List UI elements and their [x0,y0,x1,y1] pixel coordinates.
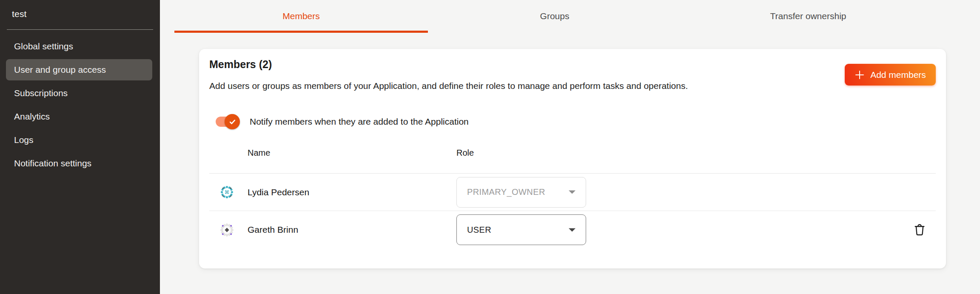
table-row: Lydia Pedersen PRIMARY_OWNER [209,174,936,211]
plus-icon [855,70,865,80]
main-content: Members Groups Transfer ownership Member… [160,0,980,294]
sidebar-item-notification-settings[interactable]: Notification settings [6,153,152,174]
table-row: Gareth Brinn USER [209,211,936,248]
settings-sidebar: test Global settings User and group acce… [0,0,160,294]
notify-toggle-switch[interactable] [216,117,239,127]
sidebar-nav: Global settings User and group access Su… [0,30,160,174]
chevron-down-icon [568,228,576,232]
role-select-primary-owner: PRIMARY_OWNER [456,177,586,208]
app-name-title: test [0,0,160,19]
members-card-header: Members (2) Add users or groups as membe… [209,58,936,91]
member-avatar-gray-diamonds-icon [220,223,234,237]
sidebar-item-subscriptions[interactable]: Subscriptions [6,83,152,104]
sidebar-item-user-and-group-access[interactable]: User and group access [6,59,152,80]
members-card: Members (2) Add users or groups as membe… [199,49,946,268]
sidebar-item-label: User and group access [14,65,106,75]
members-count-title: Members (2) [209,58,688,71]
tab-transfer-ownership[interactable]: Transfer ownership [681,0,935,33]
check-icon [228,118,236,126]
sidebar-item-analytics[interactable]: Analytics [6,106,152,127]
role-select-user[interactable]: USER [456,214,586,245]
sidebar-item-global-settings[interactable]: Global settings [6,36,152,57]
members-table: Name Role [209,133,936,248]
app-window: test Global settings User and group acce… [0,0,980,294]
role-select-value: PRIMARY_OWNER [467,187,545,197]
sidebar-item-label: Notification settings [14,158,91,168]
column-header-role: Role [456,148,627,158]
sidebar-item-label: Global settings [14,41,73,51]
add-members-button-label: Add members [870,70,926,80]
tab-bar: Members Groups Transfer ownership [174,0,935,33]
sidebar-item-label: Analytics [14,111,50,122]
sidebar-item-logs[interactable]: Logs [6,129,152,151]
member-avatar-teal-dots-icon [220,185,234,199]
table-header-row: Name Role [209,133,936,174]
role-select-value: USER [467,225,491,235]
tab-groups[interactable]: Groups [428,0,681,33]
notify-toggle-label: Notify members when they are added to th… [250,117,469,127]
chevron-down-icon [568,190,576,194]
remove-member-button[interactable] [910,220,929,239]
column-header-name: Name [248,148,456,158]
sidebar-item-label: Logs [14,135,34,145]
member-name: Lydia Pedersen [248,187,456,197]
notify-toggle-thumb [225,114,240,129]
members-description: Add users or groups as members of your A… [209,81,688,91]
add-members-button[interactable]: Add members [845,64,936,86]
trash-icon [912,222,927,237]
tab-members[interactable]: Members [174,0,428,33]
sidebar-item-label: Subscriptions [14,88,68,98]
member-name: Gareth Brinn [248,225,456,235]
notify-toggle-row: Notify members when they are added to th… [209,114,936,129]
members-card-header-text: Members (2) Add users or groups as membe… [209,58,688,91]
